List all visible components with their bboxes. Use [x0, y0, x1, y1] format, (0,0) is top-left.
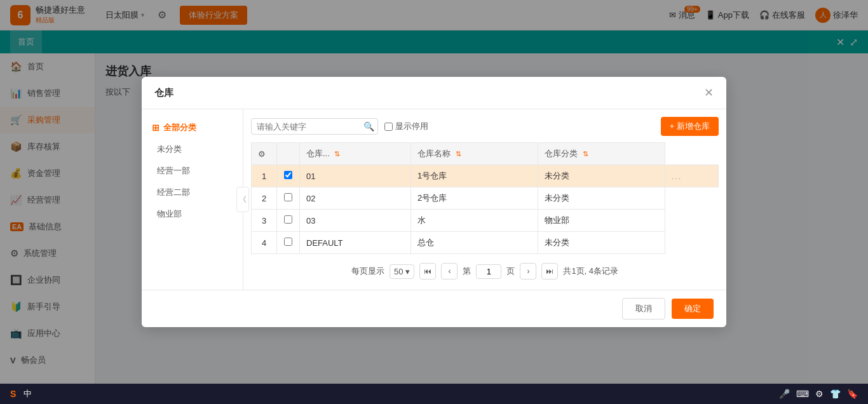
col-category-label: 仓库分类 — [545, 149, 578, 158]
row-code: 03 — [300, 210, 411, 232]
category-item-0[interactable]: 未分类 — [142, 138, 243, 160]
warehouse-table: ⚙ 仓库... ⇅ 仓库名称 ⇅ — [251, 142, 719, 254]
row-code: 01 — [300, 165, 411, 187]
col-category: 仓库分类 ⇅ — [538, 143, 665, 165]
keyboard-icon[interactable]: ⌨ — [796, 389, 809, 399]
table-row[interactable]: 2 02 2号仓库 未分类 — [252, 187, 719, 210]
all-category-label: 全部分类 — [163, 122, 196, 133]
row-num: 2 — [252, 187, 277, 210]
page-label: 第 — [463, 266, 471, 277]
action-dots-icon: ... — [672, 172, 682, 181]
sort-name-icon: ⇅ — [456, 150, 461, 158]
row-checkbox-3[interactable] — [284, 238, 292, 246]
shirt-icon[interactable]: 👕 — [830, 389, 841, 399]
bookmark-icon[interactable]: 🔖 — [847, 389, 858, 399]
row-actions[interactable]: ... — [665, 165, 718, 187]
show-disabled-label: 显示停用 — [384, 121, 428, 132]
category-item-2[interactable]: 经营二部 — [142, 182, 243, 203]
row-code: 02 — [300, 187, 411, 210]
modal-title: 仓库 — [154, 87, 173, 99]
warehouse-modal: 仓库 ✕ ⊞ 全部分类 未分类 经营一部 经营二部 物业部 《 — [142, 77, 726, 327]
row-checkbox-cell — [277, 210, 300, 232]
show-disabled-text: 显示停用 — [395, 121, 428, 132]
status-logo: S — [10, 389, 16, 399]
row-category: 未分类 — [538, 165, 665, 187]
row-name: 总仓 — [411, 232, 538, 254]
modal-footer: 取消 确定 — [142, 290, 726, 327]
col-name-label: 仓库名称 — [417, 149, 451, 158]
total-label: 共1页, 4条记录 — [563, 266, 618, 277]
mic-icon[interactable]: 🎤 — [779, 389, 790, 399]
col-code: 仓库... ⇅ — [300, 143, 411, 165]
pagination: 每页显示 50 ▾ ⏮ ‹ 第 页 › ⏭ 共1页, 4条记录 — [251, 254, 719, 282]
all-category-item[interactable]: ⊞ 全部分类 — [142, 117, 243, 138]
table-wrapper: ⚙ 仓库... ⇅ 仓库名称 ⇅ — [251, 142, 719, 254]
row-name: 1号仓库 — [411, 165, 538, 187]
row-name: 水 — [411, 210, 538, 232]
col-gear-icon: ⚙ — [258, 149, 266, 159]
per-page-select[interactable]: 50 ▾ — [390, 264, 414, 279]
row-category: 未分类 — [538, 187, 665, 210]
row-category: 物业部 — [538, 210, 665, 232]
row-checkbox-0[interactable] — [284, 171, 292, 179]
search-box[interactable]: 🔍 — [251, 118, 378, 135]
next-page-button[interactable]: › — [520, 263, 536, 279]
modal-header: 仓库 ✕ — [142, 77, 726, 109]
add-warehouse-button[interactable]: + 新增仓库 — [661, 117, 719, 136]
col-name: 仓库名称 ⇅ — [411, 143, 538, 165]
sort-category-icon: ⇅ — [583, 150, 588, 158]
col-checkbox — [277, 143, 300, 165]
collapse-button[interactable]: 《 — [236, 187, 249, 212]
page-number-input[interactable] — [476, 264, 501, 279]
collapse-icon: 《 — [239, 194, 247, 205]
modal-body: ⊞ 全部分类 未分类 经营一部 经营二部 物业部 《 🔍 — [142, 109, 726, 290]
cancel-button[interactable]: 取消 — [622, 298, 665, 320]
prev-page-button[interactable]: ‹ — [441, 263, 458, 279]
col-settings: ⚙ — [252, 143, 277, 165]
table-row[interactable]: 1 01 1号仓库 未分类 ... — [252, 165, 719, 187]
row-checkbox-1[interactable] — [284, 193, 292, 201]
col-code-label: 仓库... — [306, 149, 330, 158]
table-row[interactable]: 3 03 水 物业部 — [252, 210, 719, 232]
row-num: 4 — [252, 232, 277, 254]
confirm-button[interactable]: 确定 — [672, 299, 714, 319]
first-page-button[interactable]: ⏮ — [419, 263, 436, 279]
row-checkbox-cell — [277, 165, 300, 187]
search-input[interactable] — [257, 122, 363, 131]
category-item-1[interactable]: 经营一部 — [142, 160, 243, 182]
search-icon: 🔍 — [363, 121, 374, 131]
row-num: 1 — [252, 165, 277, 187]
category-panel: ⊞ 全部分类 未分类 经营一部 经营二部 物业部 《 — [142, 109, 243, 290]
row-name: 2号仓库 — [411, 187, 538, 210]
table-panel: 🔍 显示停用 + 新增仓库 ⚙ — [243, 109, 726, 290]
per-page-label: 每页显示 — [351, 266, 384, 277]
show-disabled-checkbox[interactable] — [384, 123, 393, 131]
row-num: 3 — [252, 210, 277, 232]
row-category: 未分类 — [538, 232, 665, 254]
row-checkbox-2[interactable] — [284, 215, 292, 224]
modal-close-button[interactable]: ✕ — [704, 86, 714, 100]
page-unit: 页 — [506, 266, 515, 277]
modal-overlay: 仓库 ✕ ⊞ 全部分类 未分类 经营一部 经营二部 物业部 《 — [0, 0, 868, 404]
settings-status-icon[interactable]: ⚙ — [815, 389, 824, 399]
status-icons: 🎤 ⌨ ⚙ 👕 🔖 — [779, 389, 858, 399]
table-header-row: ⚙ 仓库... ⇅ 仓库名称 ⇅ — [252, 143, 719, 165]
row-code: DEFAULT — [300, 232, 411, 254]
status-bar: S 中 🎤 ⌨ ⚙ 👕 🔖 — [0, 384, 868, 404]
grid-icon: ⊞ — [152, 123, 159, 133]
status-text: 中 — [24, 388, 32, 400]
sort-code-icon: ⇅ — [334, 150, 340, 158]
row-checkbox-cell — [277, 232, 300, 254]
table-row[interactable]: 4 DEFAULT 总仓 未分类 — [252, 232, 719, 254]
row-checkbox-cell — [277, 187, 300, 210]
category-item-3[interactable]: 物业部 — [142, 203, 243, 225]
last-page-button[interactable]: ⏭ — [541, 263, 558, 279]
table-toolbar: 🔍 显示停用 + 新增仓库 — [251, 117, 719, 136]
